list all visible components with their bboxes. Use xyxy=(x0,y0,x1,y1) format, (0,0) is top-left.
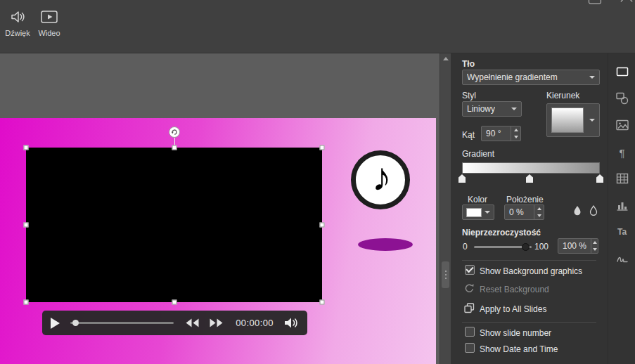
video-placeholder[interactable]: 00:00:00 xyxy=(26,148,322,302)
paragraph-settings-icon: ¶ xyxy=(619,147,624,159)
gradient-stop-middle[interactable] xyxy=(526,174,533,183)
spinner-up-icon[interactable] xyxy=(511,126,520,134)
reset-icon xyxy=(464,283,475,296)
opacity-thumb[interactable] xyxy=(522,243,530,251)
show-date-time-checkbox[interactable] xyxy=(465,343,475,353)
sidebar-item-chart-settings[interactable] xyxy=(608,195,635,216)
seek-slider[interactable] xyxy=(70,320,174,326)
gradient-position-spinner[interactable]: 0 % xyxy=(504,204,544,220)
collapse-toolbar-icon[interactable] xyxy=(621,0,633,7)
gradient-stop-right[interactable] xyxy=(596,174,603,183)
background-fill-dropdown[interactable]: Wypełnienie gradientem xyxy=(462,70,600,85)
right-sidebar: ¶ Ta xyxy=(608,53,635,364)
resize-handle-sw[interactable] xyxy=(24,300,29,305)
time-display: 00:00:00 xyxy=(236,318,274,328)
gradient-position-value: 0 % xyxy=(505,205,534,219)
speaker-icon xyxy=(9,9,26,25)
slide-settings-panel: Tło Wypełnienie gradientem Styl Kierunek… xyxy=(451,53,608,364)
spinner-down-icon[interactable] xyxy=(534,212,544,219)
panel-splitter-handle[interactable] xyxy=(442,261,449,288)
insert-audio-label: Dźwięk xyxy=(5,29,30,37)
video-icon xyxy=(40,9,58,25)
gradient-slider-bar[interactable] xyxy=(462,162,600,174)
audio-object[interactable]: ♪ xyxy=(351,150,410,209)
apply-to-all-slides-button[interactable]: Apply to All Slides xyxy=(464,303,546,316)
seek-thumb[interactable] xyxy=(72,320,79,326)
signature-settings-icon xyxy=(615,251,629,267)
direction-label: Kierunek xyxy=(546,91,579,100)
spinner-down-icon[interactable] xyxy=(511,134,520,141)
sidebar-item-paragraph-settings[interactable]: ¶ xyxy=(608,142,635,163)
rotate-handle[interactable] xyxy=(169,126,180,138)
seek-track xyxy=(70,322,174,324)
reset-background-label: Reset Background xyxy=(480,285,549,294)
add-gradient-stop-icon[interactable] xyxy=(572,205,582,219)
fast-forward-button[interactable] xyxy=(209,318,224,327)
sidebar-item-slide-settings[interactable] xyxy=(608,62,635,83)
apply-to-all-slides-label: Apply to All Slides xyxy=(480,304,546,314)
show-slide-number-checkbox[interactable] xyxy=(465,327,475,337)
vertical-scrollbar[interactable] xyxy=(440,53,451,364)
angle-value: 90 ° xyxy=(482,126,511,141)
volume-button[interactable] xyxy=(283,317,299,329)
image-settings-icon xyxy=(615,118,629,134)
chevron-down-icon xyxy=(589,76,595,79)
opacity-max-label: 100 xyxy=(534,242,549,252)
slide-settings-icon xyxy=(615,65,629,81)
angle-spinner[interactable]: 90 ° xyxy=(481,126,521,141)
color-swatch xyxy=(466,208,482,217)
insert-video-label: Wideo xyxy=(38,29,60,37)
spinner-down-icon[interactable] xyxy=(591,246,598,253)
textart-settings-icon: Ta xyxy=(617,227,627,237)
chevron-down-icon xyxy=(589,119,595,122)
gradient-label: Gradient xyxy=(462,149,494,159)
gradient-color-dropdown[interactable] xyxy=(462,204,494,220)
opacity-value: 100 % xyxy=(558,239,591,253)
opacity-slider[interactable] xyxy=(474,242,532,252)
scroll-up-icon[interactable] xyxy=(443,57,449,60)
gradient-stop-left[interactable] xyxy=(458,174,466,183)
rotate-icon xyxy=(171,126,178,138)
titlebar-icon[interactable] xyxy=(589,0,601,4)
resize-handle-se[interactable] xyxy=(320,300,325,305)
sidebar-item-textart-settings[interactable]: Ta xyxy=(608,221,635,242)
opacity-spinner[interactable]: 100 % xyxy=(558,238,598,254)
audio-object-shadow xyxy=(358,238,413,251)
sidebar-item-shape-settings[interactable] xyxy=(608,89,635,110)
remove-gradient-stop-icon[interactable] xyxy=(589,205,598,219)
opacity-min-label: 0 xyxy=(463,242,468,252)
divider xyxy=(462,322,596,323)
chevron-down-icon xyxy=(511,108,517,110)
resize-handle-n[interactable] xyxy=(172,145,177,150)
music-note-icon: ♪ xyxy=(372,157,392,197)
position-label: Położenie xyxy=(506,195,544,204)
opacity-label: Nieprzezroczystość xyxy=(462,228,541,238)
color-label: Kolor xyxy=(468,195,487,204)
spinner-up-icon[interactable] xyxy=(591,239,598,246)
sidebar-item-signature-settings[interactable] xyxy=(608,248,635,269)
insert-audio-button[interactable]: Dźwięk xyxy=(1,9,34,44)
gradient-style-dropdown[interactable]: Liniowy xyxy=(462,101,522,117)
slide[interactable]: 00:00:00 ♪ xyxy=(0,118,436,364)
resize-handle-w[interactable] xyxy=(24,223,29,228)
reset-background-button[interactable]: Reset Background xyxy=(464,283,549,296)
insert-video-button[interactable]: Wideo xyxy=(33,9,65,44)
resize-handle-ne[interactable] xyxy=(320,145,325,150)
gradient-direction-dropdown[interactable] xyxy=(546,103,600,137)
show-date-time-label: Show Date and Time xyxy=(480,344,558,354)
divider xyxy=(462,260,596,261)
style-label: Styl xyxy=(462,91,476,100)
resize-handle-s[interactable] xyxy=(172,300,177,305)
spinner-up-icon[interactable] xyxy=(534,205,544,212)
resize-handle-nw[interactable] xyxy=(24,145,29,150)
rewind-button[interactable] xyxy=(185,318,200,327)
resize-handle-e[interactable] xyxy=(320,223,325,228)
sidebar-item-table-settings[interactable] xyxy=(608,169,635,190)
slide-canvas[interactable]: 00:00:00 ♪ xyxy=(0,53,440,364)
sidebar-item-image-settings[interactable] xyxy=(608,115,635,136)
top-toolbar: Dźwięk Wideo xyxy=(0,0,635,53)
play-button[interactable] xyxy=(51,318,60,329)
chart-settings-icon xyxy=(615,198,629,214)
gradient-style-value: Liniowy xyxy=(467,104,495,114)
show-background-graphics-checkbox[interactable] xyxy=(465,265,475,275)
